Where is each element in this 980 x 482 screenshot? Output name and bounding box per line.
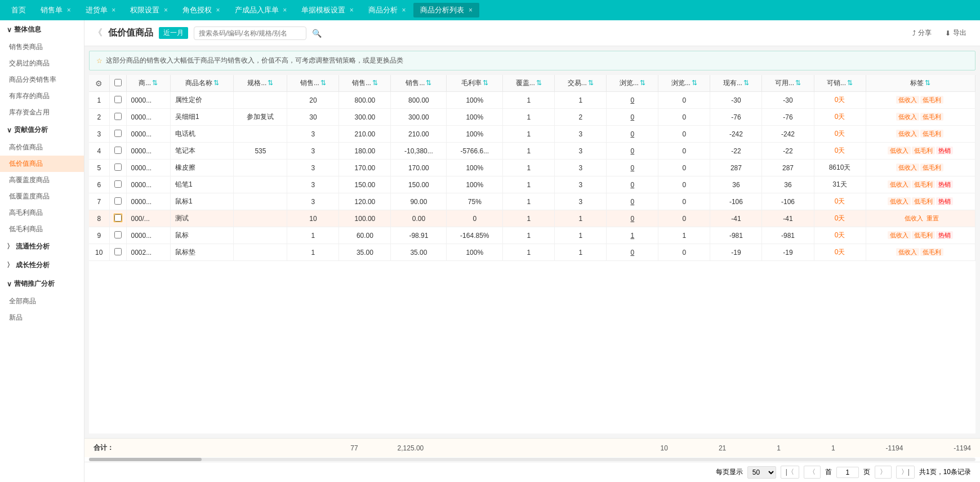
search-icon[interactable]: 🔍: [312, 29, 322, 38]
cell-checkbox[interactable]: [109, 126, 126, 143]
nav-product-analysis-list[interactable]: 商品分析列表 ×: [413, 3, 479, 17]
cell-checkbox[interactable]: [109, 160, 126, 176]
cell-checkbox[interactable]: [109, 193, 126, 210]
sidebar-item-high-value[interactable]: 高价值商品: [0, 139, 84, 156]
sidebar-item-low-margin[interactable]: 低毛利商品: [0, 221, 84, 237]
sidebar-item-sales-products[interactable]: 销售类商品: [0, 39, 84, 55]
nav-product-analysis[interactable]: 商品分析 ×: [362, 3, 413, 17]
sidebar-group-marketing[interactable]: ∨ 营销推广分析: [0, 275, 84, 293]
nav-roles[interactable]: 角色授权 ×: [176, 3, 227, 17]
cell-view1[interactable]: 1: [607, 227, 658, 244]
sidebar-item-low-value[interactable]: 低价值商品: [0, 156, 84, 172]
cell-sales-qty: 10: [287, 210, 339, 227]
tag-low-margin: 低毛利: [912, 197, 935, 205]
export-button[interactable]: ⬇ 导出: [941, 26, 971, 40]
content-area: 《 低价值商品 近一月 🔍 ⤴ 分享 ⬇ 导出 ☆ 这部分商品的销售收入大幅低于…: [84, 20, 980, 482]
cell-checkbox[interactable]: [109, 109, 126, 126]
sidebar-item-category-rate[interactable]: 商品分类销售率: [0, 72, 84, 88]
col-view1[interactable]: 浏览...⇅: [607, 75, 658, 92]
cell-view1: 0: [607, 193, 658, 210]
row-checkbox[interactable]: [114, 96, 122, 103]
row-checkbox[interactable]: [114, 231, 122, 238]
nav-sales[interactable]: 销售单 ×: [34, 3, 78, 17]
cell-checkbox[interactable]: [109, 210, 126, 227]
sidebar-item-high-margin[interactable]: 高毛利商品: [0, 205, 84, 221]
horizontal-scrollbar[interactable]: [84, 457, 980, 462]
sidebar-item-in-stock[interactable]: 有库存的商品: [0, 88, 84, 104]
col-sales-qty[interactable]: 销售...⇅: [287, 75, 339, 92]
col-sales-amount[interactable]: 销售...⇅: [391, 75, 447, 92]
search-input[interactable]: [194, 26, 306, 40]
col-trade[interactable]: 交易...⇅: [555, 75, 607, 92]
chevron-right-icon-2: 〉: [7, 260, 14, 270]
col-margin[interactable]: 毛利率⇅: [447, 75, 503, 92]
cell-code: 0000...: [126, 109, 170, 126]
cell-checkbox[interactable]: [109, 92, 126, 109]
row-checkbox[interactable]: [114, 214, 122, 222]
row-checkbox[interactable]: [114, 130, 122, 137]
col-sales-price[interactable]: 销售...⇅: [339, 75, 391, 92]
page-number-input[interactable]: [836, 467, 859, 478]
col-coverage[interactable]: 覆盖...⇅: [503, 75, 555, 92]
sidebar-group-growth[interactable]: 〉 成长性分析: [0, 256, 84, 275]
col-gear[interactable]: ⚙: [89, 75, 109, 92]
share-button[interactable]: ⤴ 分享: [908, 26, 936, 40]
col-checkbox[interactable]: [109, 75, 126, 92]
sidebar-item-all-products[interactable]: 全部商品: [0, 293, 84, 309]
scrollbar-thumb[interactable]: [89, 458, 202, 461]
row-checkbox[interactable]: [114, 248, 122, 255]
select-all-checkbox[interactable]: [114, 79, 122, 86]
chevron-down-icon-3: ∨: [7, 280, 12, 288]
cell-view2[interactable]: 1: [658, 227, 710, 244]
sidebar-item-new-products[interactable]: 新品: [0, 309, 84, 326]
sidebar-item-high-coverage[interactable]: 高覆盖度商品: [0, 172, 84, 188]
nav-permissions[interactable]: 权限设置 ×: [123, 3, 175, 17]
sidebar-item-traded-products[interactable]: 交易过的商品: [0, 55, 84, 72]
col-name[interactable]: 商品名称⇅: [170, 75, 233, 92]
col-saleable[interactable]: 可销...⇅: [814, 75, 866, 92]
sidebar-group-contribution[interactable]: ∨ 贡献值分析: [0, 121, 84, 139]
cell-current: -19: [710, 244, 762, 261]
cell-sales-amount: 90.00: [391, 193, 447, 210]
cell-sales-amount: 800.00: [391, 92, 447, 109]
header-actions: ⤴ 分享 ⬇ 导出: [908, 26, 971, 40]
table-row: 2 0000... 吴细细1 参加复试 30 300.00 300.00 100…: [89, 109, 975, 126]
sidebar-group-overall[interactable]: ∨ 整体信息: [0, 20, 84, 39]
col-code[interactable]: 商...⇅: [126, 75, 170, 92]
col-view2[interactable]: 浏览...⇅: [658, 75, 710, 92]
next-page-btn[interactable]: 〉: [875, 466, 892, 479]
nav-product-entry[interactable]: 产成品入库单 ×: [228, 3, 294, 17]
cell-checkbox[interactable]: [109, 143, 126, 160]
nav-template[interactable]: 单据模板设置 ×: [295, 3, 360, 17]
cell-sales-price: 35.00: [339, 244, 391, 261]
col-available[interactable]: 可用...⇅: [762, 75, 814, 92]
first-page-btn[interactable]: |〈: [781, 466, 799, 479]
row-checkbox[interactable]: [114, 197, 122, 205]
cell-sales-price: 60.00: [339, 227, 391, 244]
cell-checkbox[interactable]: [109, 227, 126, 244]
col-spec[interactable]: 规格...⇅: [234, 75, 287, 92]
date-badge[interactable]: 近一月: [159, 27, 188, 39]
gear-settings-icon[interactable]: ⚙: [95, 79, 103, 88]
last-page-btn[interactable]: 〉|: [896, 466, 915, 479]
cell-available: -19: [762, 244, 814, 261]
cell-trade: 3: [555, 160, 607, 176]
row-checkbox[interactable]: [114, 180, 122, 188]
nav-purchase[interactable]: 进货单 ×: [79, 3, 123, 17]
sidebar-collapse-btn[interactable]: 《: [93, 27, 103, 39]
cell-checkbox[interactable]: [109, 244, 126, 261]
row-checkbox[interactable]: [114, 113, 122, 120]
col-current[interactable]: 现有...⇅: [710, 75, 762, 92]
cell-available: -981: [762, 227, 814, 244]
sidebar-group-flow[interactable]: 〉 流通性分析: [0, 237, 84, 256]
row-checkbox[interactable]: [114, 147, 122, 154]
prev-page-btn[interactable]: 〈: [804, 466, 821, 479]
per-page-select[interactable]: 50 20 100: [747, 466, 776, 479]
nav-home[interactable]: 首页: [5, 3, 33, 17]
sidebar-item-stock-capital[interactable]: 库存资金占用: [0, 104, 84, 121]
cell-checkbox[interactable]: [109, 176, 126, 193]
col-tags[interactable]: 标签⇅: [866, 75, 975, 92]
row-checkbox[interactable]: [114, 163, 122, 171]
sidebar-item-low-coverage[interactable]: 低覆盖度商品: [0, 188, 84, 205]
cell-coverage: 1: [503, 92, 555, 109]
